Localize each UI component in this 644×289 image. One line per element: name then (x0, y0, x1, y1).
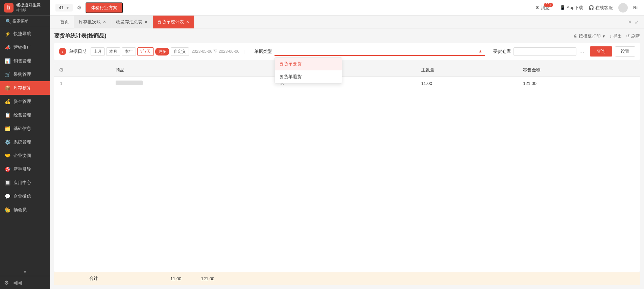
col-product: 商品 (111, 63, 275, 77)
sidebar-item-guide[interactable]: 🎯 新手引导 (0, 162, 50, 176)
sidebar-item-inventory[interactable]: 📦 库存核算 (0, 81, 50, 95)
warehouse-more-icon[interactable]: … (579, 48, 585, 54)
export-icon: ↓ (610, 34, 612, 39)
tab-close-all-icon[interactable]: ✕ (628, 19, 632, 25)
col-qty: 主数量 (416, 63, 518, 77)
guide-icon: 🎯 (4, 166, 11, 173)
date-btn-year[interactable]: 本年 (122, 47, 136, 56)
scroll-down-icon: ▼ (23, 269, 27, 274)
collapse-sidebar-button[interactable]: ◀◀ (13, 279, 22, 286)
export-button[interactable]: ↓ 导出 (610, 33, 622, 39)
sidebar-item-apps[interactable]: 🔲 应用中心 (0, 176, 50, 190)
tab-receivable[interactable]: 收发存汇总表 ✕ (111, 16, 153, 28)
sidebar-item-wechat[interactable]: 💬 企业微信 (0, 190, 50, 203)
type-filter-label: 单据类型 (254, 48, 272, 54)
date-btn-7days[interactable]: 近7天 (137, 47, 154, 56)
tab-close-batch[interactable]: ✕ (103, 20, 106, 24)
service-icon: 🎧 (589, 5, 594, 10)
vip-icon: 👑 (4, 206, 11, 213)
sidebar-item-purchase[interactable]: 🛒 采购管理 (0, 68, 50, 81)
date-btn-more[interactable]: 更多 (155, 48, 169, 55)
set-button[interactable]: 设置 (615, 46, 635, 57)
type-dropdown-container: ▲ 要货单要货 要货单退货 (275, 47, 485, 56)
store-chevron-icon: ▼ (66, 6, 69, 10)
col-settings[interactable]: ⚙ (54, 63, 68, 77)
footer-qty-value: 11.00 (166, 276, 186, 281)
table-row: 1 块 11.00 121.00 (54, 77, 640, 90)
apps-icon: 🔲 (4, 179, 11, 186)
tab-home[interactable]: 首页 (55, 16, 74, 28)
column-settings-icon[interactable]: ⚙ (59, 67, 64, 73)
print-chevron-icon: ▼ (602, 34, 606, 38)
dropdown-item-return[interactable]: 要货单退货 (275, 70, 342, 83)
refresh-button[interactable]: ↺ 刷新 (626, 33, 640, 39)
topbar-gear-icon[interactable]: ⚙ (77, 4, 81, 11)
settings-footer-icon[interactable]: ⚙ (4, 280, 9, 286)
filter-divider: | (243, 49, 244, 54)
tab-close-receivable[interactable]: ✕ (144, 20, 148, 24)
store-selector[interactable]: 41 ▼ (55, 4, 73, 12)
operation-icon: 📋 (4, 112, 11, 118)
sidebar-item-vip[interactable]: 👑 畅会员 (0, 203, 50, 217)
topbar-right: ✉ 消息 99+ 📱 App下载 🎧 在线客服 Rit (536, 3, 639, 13)
search-icon: 🔍 (5, 19, 11, 24)
type-dropdown-menu: 要货单要货 要货单退货 (275, 57, 342, 84)
filter-expand-button[interactable]: › (59, 48, 66, 55)
tab-bar-actions: ✕ ⤢ (628, 19, 639, 25)
type-dropdown-trigger[interactable]: ▲ (275, 47, 485, 56)
trial-button[interactable]: 体验行业方案 (86, 2, 123, 13)
tab-order-stat[interactable]: 要货单统计表 ✕ (153, 16, 194, 28)
app-name: 畅捷通好生意 标准版 (16, 3, 41, 13)
date-btn-up[interactable]: 上月 (91, 47, 105, 56)
tab-expand-icon[interactable]: ⤢ (635, 19, 639, 25)
print-icon: 🖨 (573, 34, 577, 39)
basic-icon: 🗂️ (4, 125, 11, 132)
tab-close-order-stat[interactable]: ✕ (186, 20, 189, 24)
sidebar-nav: ⚡ 快捷导航 📣 营销推广 📊 销售管理 🛒 采购管理 📦 库存核算 💰 资金管… (0, 27, 50, 268)
col-amount: 零售金额 (518, 63, 640, 77)
sidebar-item-sales[interactable]: 📊 销售管理 (0, 54, 50, 68)
refresh-icon: ↺ (626, 34, 630, 39)
col-no (68, 63, 111, 77)
query-button[interactable]: 查询 (590, 46, 612, 57)
sidebar-item-marketing[interactable]: 📣 营销推广 (0, 41, 50, 54)
print-button[interactable]: 🖨 按模板打印 ▼ (573, 33, 606, 39)
row-amount-cell: 121.00 (518, 77, 640, 90)
message-button[interactable]: ✉ 消息 99+ (536, 5, 550, 11)
sidebar-search[interactable]: 🔍 搜索菜单 (0, 16, 50, 27)
online-service-button[interactable]: 🎧 在线客服 (589, 5, 613, 11)
sales-icon: 📊 (4, 58, 11, 64)
dropdown-item-order[interactable]: 要货单要货 (275, 58, 342, 70)
sidebar-item-operation[interactable]: 📋 经营管理 (0, 108, 50, 122)
sidebar-item-finance[interactable]: 💰 资金管理 (0, 95, 50, 108)
warehouse-filter-label: 要货仓库 (493, 48, 511, 54)
row-qty-cell: 11.00 (416, 77, 518, 90)
content-area: 要货单统计表(按商品) 🖨 按模板打印 ▼ ↓ 导出 ↺ 刷新 › (50, 28, 644, 289)
sidebar-item-enterprise[interactable]: 🤝 企业协同 (0, 149, 50, 162)
footer-values: 11.00 121.00 (98, 276, 635, 281)
app-download-button[interactable]: 📱 App下载 (560, 5, 583, 11)
sidebar-scroll-down[interactable]: ▼ (0, 268, 50, 276)
sidebar-item-basic[interactable]: 🗂️ 基础信息 (0, 122, 50, 135)
warehouse-input[interactable] (514, 47, 576, 56)
tab-bar: 首页 库存批次账 ✕ 收发存汇总表 ✕ 要货单统计表 ✕ ✕ ⤢ (50, 16, 644, 28)
row-no-cell: 1 (54, 77, 68, 90)
date-btn-cur[interactable]: 本月 (106, 47, 120, 56)
row-settings-cell (68, 77, 111, 90)
sidebar-footer: ⚙ ◀◀ (0, 276, 50, 289)
sidebar-item-shortcut[interactable]: ⚡ 快捷导航 (0, 27, 50, 41)
type-chevron-icon: ▲ (478, 49, 482, 53)
system-icon: ⚙️ (4, 139, 11, 146)
date-btn-custom[interactable]: 自定义 (171, 47, 189, 56)
footer-total-label: 合计 (89, 275, 98, 282)
message-count-badge: 99+ (544, 3, 553, 7)
marketing-icon: 📣 (4, 44, 11, 51)
type-input[interactable] (277, 49, 476, 54)
sidebar-item-system[interactable]: ⚙️ 系统管理 (0, 135, 50, 149)
table-container: ⚙ 商品 主计量单位 主数量 零售金额 1 (54, 63, 640, 272)
avatar[interactable] (618, 3, 628, 13)
tab-batch[interactable]: 库存批次账 ✕ (74, 16, 111, 28)
purchase-icon: 🛒 (4, 71, 11, 78)
table-footer: 合计 11.00 121.00 (54, 272, 640, 285)
page-actions: 🖨 按模板打印 ▼ ↓ 导出 ↺ 刷新 (573, 33, 640, 39)
